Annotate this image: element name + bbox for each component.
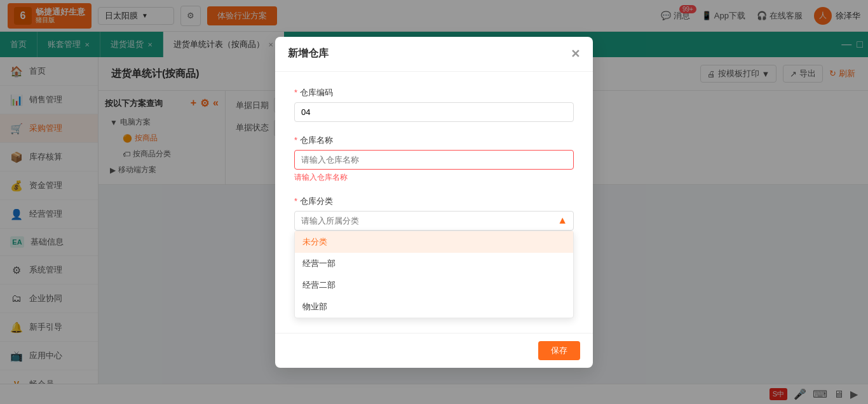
form-row-code: * 仓库编码 [294, 87, 574, 122]
category-select-arrow-icon[interactable]: ▲ [557, 215, 567, 226]
name-error-message: 请输入仓库名称 [294, 172, 574, 183]
dropdown-item-dept2[interactable]: 经营二部 [295, 274, 573, 296]
modal-overlay[interactable]: 新增仓库 ✕ * 仓库编码 * 仓库名称 请输入仓库名称 [0, 0, 868, 404]
form-row-category: * 仓库分类 ▲ 未分类 经营一部 经营二部 物业部 [294, 196, 574, 231]
required-star: * [294, 88, 297, 97]
add-warehouse-dialog: 新增仓库 ✕ * 仓库编码 * 仓库名称 请输入仓库名称 [275, 37, 593, 368]
save-button[interactable]: 保存 [538, 341, 580, 360]
required-star-3: * [294, 196, 297, 206]
category-dropdown: 未分类 经营一部 经营二部 物业部 [294, 231, 574, 318]
required-star-2: * [294, 135, 297, 145]
dialog-header: 新增仓库 ✕ [275, 37, 593, 72]
dropdown-item-property[interactable]: 物业部 [295, 296, 573, 318]
code-label: * 仓库编码 [294, 87, 574, 98]
category-label: * 仓库分类 [294, 196, 574, 207]
dialog-footer: 保存 [275, 333, 593, 368]
category-select-wrapper: ▲ 未分类 经营一部 经营二部 物业部 [294, 211, 574, 231]
form-row-name: * 仓库名称 请输入仓库名称 [294, 135, 574, 183]
name-label: * 仓库名称 [294, 135, 574, 146]
warehouse-code-input[interactable] [294, 102, 574, 122]
dropdown-item-dept1[interactable]: 经营一部 [295, 253, 573, 274]
warehouse-name-input[interactable] [294, 150, 574, 170]
category-select-input[interactable] [294, 211, 574, 231]
dialog-body: * 仓库编码 * 仓库名称 请输入仓库名称 * 仓库分类 [275, 72, 593, 333]
dropdown-item-uncategorized[interactable]: 未分类 [295, 231, 573, 253]
dialog-close-button[interactable]: ✕ [571, 47, 580, 61]
dialog-title: 新增仓库 [288, 47, 329, 60]
